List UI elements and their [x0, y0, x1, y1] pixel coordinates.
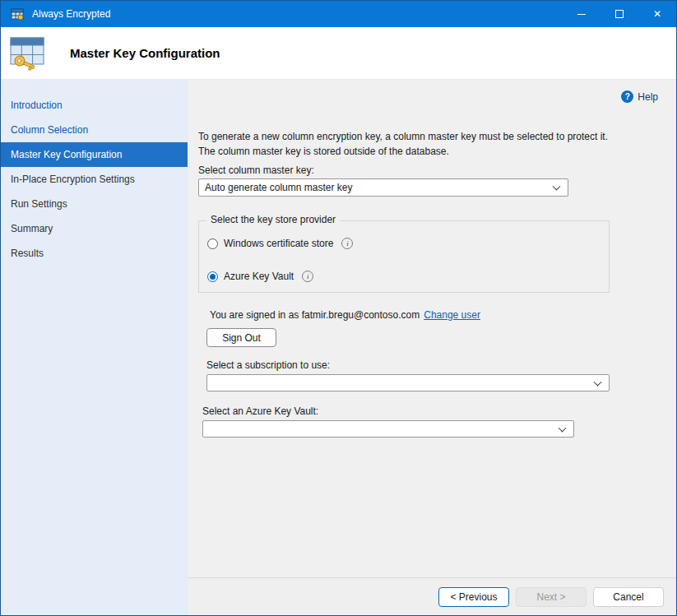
maximize-icon [615, 10, 624, 18]
signed-in-text: You are signed in as fatmir.bregu@contos… [210, 309, 420, 321]
azure-key-vault-dropdown[interactable] [202, 420, 574, 438]
next-button[interactable]: Next > [516, 587, 587, 607]
window-title: Always Encrypted [32, 8, 110, 20]
wizard-header: Master Key Configuration [1, 27, 676, 80]
sidebar-item-master-key-configuration[interactable]: Master Key Configuration [1, 142, 188, 167]
page-title: Master Key Configuration [70, 46, 220, 60]
azure-key-vault-radio[interactable] [207, 271, 218, 282]
azure-key-vault-label[interactable]: Azure Key Vault [224, 271, 294, 282]
azure-key-vault-label: Select an Azure Key Vault: [202, 405, 318, 417]
minimize-button[interactable] [563, 1, 600, 27]
sidebar-item-in-place-encryption-settings[interactable]: In-Place Encryption Settings [1, 167, 188, 192]
master-key-table-icon [8, 35, 46, 72]
help-label: Help [638, 91, 658, 103]
wizard-step-sidebar: Introduction Column Selection Master Key… [1, 80, 188, 615]
sidebar-item-results[interactable]: Results [1, 241, 188, 266]
intro-text: To generate a new column encryption key,… [198, 129, 621, 159]
windows-certificate-store-option[interactable]: Windows certificate store i [207, 238, 353, 249]
subscription-label: Select a subscription to use: [206, 359, 330, 371]
wizard-footer: < Previous Next > Cancel [188, 577, 676, 615]
key-store-provider-group-title: Select the key store provider [206, 214, 340, 225]
help-icon: ? [621, 90, 633, 103]
main-content: ? Help To generate a new column encrypti… [188, 80, 676, 615]
sign-out-button[interactable]: Sign Out [206, 328, 276, 347]
info-icon[interactable]: i [302, 271, 313, 282]
sidebar-item-column-selection[interactable]: Column Selection [1, 118, 188, 142]
close-icon: ✕ [653, 9, 661, 19]
sidebar-item-summary[interactable]: Summary [1, 216, 188, 241]
wizard-body: Introduction Column Selection Master Key… [1, 80, 676, 615]
column-master-key-value: Auto generate column master key [205, 182, 352, 193]
windows-certificate-store-radio[interactable] [207, 239, 218, 249]
sidebar-item-introduction[interactable]: Introduction [1, 93, 188, 118]
master-key-label: Select column master key: [198, 164, 314, 176]
app-icon [11, 7, 24, 21]
minimize-icon [577, 14, 586, 15]
titlebar[interactable]: Always Encrypted ✕ [1, 1, 676, 27]
chevron-down-icon [559, 424, 567, 432]
maximize-button[interactable] [600, 1, 638, 27]
signed-in-status: You are signed in as fatmir.bregu@contos… [210, 309, 480, 321]
chevron-down-icon [594, 377, 602, 386]
subscription-dropdown[interactable] [206, 374, 610, 391]
help-link[interactable]: ? Help [621, 90, 658, 103]
cancel-button[interactable]: Cancel [593, 587, 664, 607]
window-controls: ✕ [563, 1, 676, 27]
sidebar-item-run-settings[interactable]: Run Settings [1, 192, 188, 216]
previous-button[interactable]: < Previous [438, 587, 509, 607]
close-button[interactable]: ✕ [638, 1, 676, 27]
key-store-provider-group: Select the key store provider Windows ce… [198, 220, 610, 293]
chevron-down-icon [553, 183, 561, 191]
column-master-key-dropdown[interactable]: Auto generate column master key [198, 178, 568, 197]
change-user-link[interactable]: Change user [424, 309, 480, 321]
azure-key-vault-option[interactable]: Azure Key Vault i [207, 271, 313, 282]
info-icon[interactable]: i [341, 238, 353, 249]
always-encrypted-wizard-window: Always Encrypted ✕ Master [0, 0, 677, 616]
windows-certificate-store-label[interactable]: Windows certificate store [224, 238, 333, 249]
